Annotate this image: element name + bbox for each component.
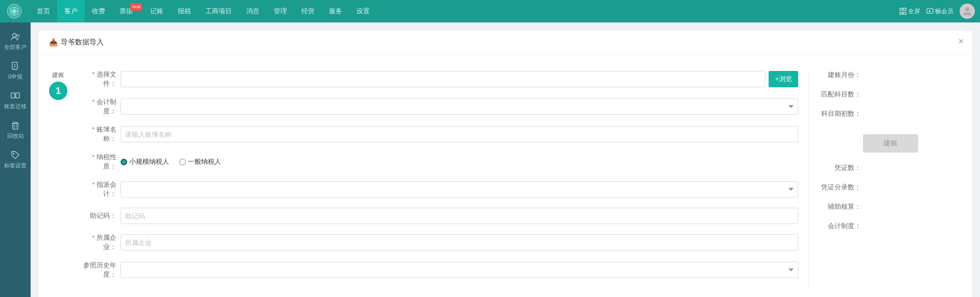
browse-button[interactable]: +浏览 <box>769 71 798 87</box>
create-account-label: 建账 <box>49 71 67 80</box>
svg-rect-7 <box>903 8 906 10</box>
auxiliary-accounting-field: 辅助核算： <box>819 202 962 212</box>
tax-type-row: 纳税性质： 小规模纳税人 一般纳税人 <box>80 153 798 171</box>
member-button[interactable]: 畅会员 <box>926 7 953 16</box>
import-icon: 📥 <box>49 38 58 46</box>
match-subjects-value <box>865 89 962 100</box>
close-button[interactable]: × <box>958 37 964 46</box>
svg-rect-20 <box>16 93 19 98</box>
memo-code-row: 助记码： <box>80 208 798 224</box>
nav-item-fee[interactable]: 收费 <box>85 0 112 22</box>
nav-item-bookkeeping[interactable]: 记账 <box>143 0 171 22</box>
svg-rect-24 <box>13 123 18 129</box>
fullscreen-icon <box>899 8 906 15</box>
tax-type-label: 纳税性质： <box>80 153 121 171</box>
reference-year-row: 参照历史年度： <box>80 261 798 279</box>
assign-accountant-select[interactable] <box>121 181 798 197</box>
sidebar-item-trash[interactable]: 回收站 <box>0 115 31 145</box>
top-nav-right: 全屏 畅会员 <box>899 4 975 19</box>
voucher-records-label: 凭证分录数： <box>819 183 865 192</box>
sidebar-item-tag-settings[interactable]: 标签设置 <box>0 145 31 175</box>
create-account-button[interactable]: 建账 <box>863 134 918 153</box>
top-navigation: 首页 客户 收费 票据 new 记账 报税 工商项目 消息 管理 经营 服务 设… <box>0 0 980 22</box>
right-accounting-system-field: 会计制度： <box>819 221 962 231</box>
nav-item-manage[interactable]: 管理 <box>267 0 294 22</box>
right-accounting-system-label: 会计制度： <box>819 221 865 231</box>
sidebar-item-declaration[interactable]: 0申报 <box>0 56 31 86</box>
ledger-name-input[interactable] <box>121 126 798 142</box>
period-initial-label: 科目期初数： <box>819 109 865 118</box>
tax-type-radio-group: 小规模纳税人 一般纳税人 <box>121 157 221 166</box>
reference-year-select[interactable] <box>121 262 798 278</box>
assign-accountant-row: 指派会计： <box>80 180 798 199</box>
avatar-icon <box>961 5 973 17</box>
radio-small-taxpayer[interactable]: 小规模纳税人 <box>121 157 169 166</box>
match-subjects-field: 匹配科目数： <box>819 89 962 100</box>
file-select-row: 选择文件： +浏览 <box>80 70 798 88</box>
play-icon <box>926 8 934 15</box>
nav-item-settings[interactable]: 设置 <box>349 0 377 22</box>
app-logo <box>5 2 23 20</box>
svg-point-12 <box>965 7 969 11</box>
new-badge: new <box>130 3 142 11</box>
svg-rect-8 <box>900 12 902 14</box>
transfer-icon <box>10 91 20 101</box>
reference-year-label: 参照历史年度： <box>80 261 121 279</box>
match-subjects-label: 匹配科目数： <box>819 90 865 99</box>
nav-item-operation[interactable]: 经营 <box>294 0 322 22</box>
voucher-count-label: 凭证数： <box>819 163 865 172</box>
file-input[interactable] <box>121 71 766 87</box>
accounting-system-row: 会计制度： <box>80 97 798 116</box>
memo-code-label: 助记码： <box>80 211 121 220</box>
svg-rect-6 <box>900 8 902 10</box>
form-body: 建账 1 选择文件： +浏览 <box>39 55 972 297</box>
company-label: 所属企业： <box>80 233 121 252</box>
radio-general-taxpayer[interactable]: 一般纳税人 <box>179 157 221 166</box>
page-layout: 全部客户 0申报 账套迁移 <box>0 22 980 297</box>
nav-item-message[interactable]: 消息 <box>239 0 267 22</box>
sidebar-item-all-clients[interactable]: 全部客户 <box>0 27 31 56</box>
nav-item-home[interactable]: 首页 <box>30 0 57 22</box>
step-indicator: 1 <box>49 82 67 100</box>
fullscreen-button[interactable]: 全屏 <box>899 7 920 16</box>
accounting-system-select[interactable] <box>121 98 798 115</box>
form-card: 📥 导爷数据导入 × 建账 1 <box>39 31 972 297</box>
form-fields: 选择文件： +浏览 会计制度： <box>80 70 798 288</box>
trash-icon <box>10 120 20 131</box>
nav-item-client[interactable]: 客户 <box>57 0 85 22</box>
company-input[interactable] <box>121 234 798 251</box>
form-left-section: 建账 1 选择文件： +浏览 <box>49 70 798 288</box>
nav-item-tax[interactable]: 报税 <box>171 0 198 22</box>
nav-item-invoice[interactable]: 票据 new <box>112 0 143 22</box>
svg-point-13 <box>13 34 16 37</box>
memo-code-input[interactable] <box>121 208 798 224</box>
form-header: 📥 导爷数据导入 × <box>39 31 972 55</box>
nav-item-service[interactable]: 服务 <box>322 0 349 22</box>
tag-icon <box>10 150 20 160</box>
period-initial-field: 科目期初数： <box>819 109 962 119</box>
form-title: 导爷数据导入 <box>61 38 104 47</box>
logo-icon <box>7 4 22 19</box>
nav-item-business[interactable]: 工商项目 <box>198 0 239 22</box>
svg-point-1 <box>12 9 16 13</box>
voucher-count-value <box>865 163 962 173</box>
company-row: 所属企业： <box>80 233 798 252</box>
voucher-records-value <box>865 182 962 192</box>
svg-marker-11 <box>929 10 931 12</box>
voucher-count-field: 凭证数： <box>819 163 962 173</box>
auxiliary-accounting-label: 辅助核算： <box>819 202 865 211</box>
auxiliary-accounting-value <box>865 202 962 212</box>
accounting-system-label: 会计制度： <box>80 97 121 116</box>
sidebar-item-account-migration[interactable]: 账套迁移 <box>0 86 31 115</box>
account-month-field: 建账月份： <box>819 70 962 80</box>
period-initial-value <box>865 109 962 119</box>
avatar[interactable] <box>960 4 975 19</box>
nav-menu: 首页 客户 收费 票据 new 记账 报税 工商项目 消息 管理 经营 服务 设… <box>30 0 899 22</box>
svg-rect-26 <box>14 122 17 123</box>
ledger-name-row: 账簿名称： <box>80 125 798 143</box>
account-month-label: 建账月份： <box>819 70 865 80</box>
main-content: 📥 导爷数据导入 × 建账 1 <box>31 22 980 297</box>
users-icon <box>10 32 20 42</box>
svg-rect-9 <box>903 12 906 14</box>
assign-accountant-label: 指派会计： <box>80 180 121 199</box>
